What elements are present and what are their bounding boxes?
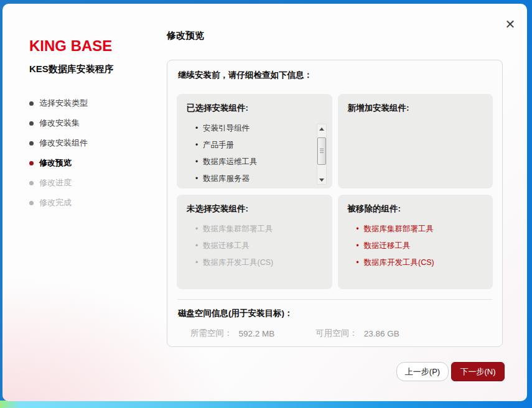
notice-text: 继续安装前，请仔细检查如下信息：: [178, 70, 312, 81]
step-modify-progress: 修改进度: [29, 173, 160, 193]
added-components-title: 新增加安装组件:: [348, 103, 409, 114]
step-bullet-icon: [29, 141, 34, 146]
list-item: 数据库集群部署工具: [195, 221, 311, 238]
disk-space-values: 所需空间： 592.2 MB 可用空间： 23.86 GB: [190, 328, 399, 339]
step-modify-install-set: 修改安装集: [29, 113, 160, 133]
step-bullet-icon: [29, 161, 34, 165]
removed-components-panel: 被移除的组件: 数据库集群部署工具 数据迁移工具 数据库开发工具(CS): [338, 195, 493, 289]
list-item: 数据迁移工具: [357, 238, 472, 254]
unselected-components-list: 数据库集群部署工具 数据迁移工具 数据库开发工具(CS): [195, 221, 311, 271]
disk-section-divider: [177, 299, 492, 300]
unselected-components-panel: 未选择安装组件: 数据库集群部署工具 数据迁移工具 数据库开发工具(CS): [177, 195, 332, 289]
list-item: 数据库集群部署工具: [357, 221, 472, 238]
selected-components-list: 安装引导组件 产品手册 数据库运维工具 数据库服务器: [195, 120, 311, 187]
vertical-scrollbar[interactable]: [317, 124, 327, 185]
install-steps-nav: 选择安装类型 修改安装集 修改安装组件 修改预览 修改进度 修改完成: [29, 93, 160, 213]
step-label: 修改完成: [39, 197, 72, 208]
step-label: 修改预览: [39, 157, 72, 169]
next-step-button[interactable]: 下一步(N): [451, 362, 505, 381]
list-item: 安装引导组件: [195, 120, 311, 137]
desktop-background-strip: [0, 401, 532, 408]
step-modify-preview: 修改预览: [29, 153, 160, 173]
required-space-label: 所需空间：: [190, 328, 233, 339]
list-item: 产品手册: [195, 137, 311, 154]
scroll-down-icon[interactable]: [317, 176, 326, 183]
selected-components-panel: 已选择安装组件: 安装引导组件 产品手册 数据库运维工具 数据库服务器: [177, 94, 332, 188]
close-icon[interactable]: ✕: [502, 16, 518, 32]
added-components-panel: 新增加安装组件:: [338, 94, 493, 188]
step-bullet-icon: [29, 101, 34, 106]
available-space-label: 可用空间：: [315, 328, 358, 339]
scrollbar-grip-icon: [320, 149, 324, 154]
available-space-value: 23.86 GB: [364, 329, 399, 338]
list-item: 数据迁移工具: [195, 238, 311, 254]
removed-components-title: 被移除的组件:: [348, 203, 401, 215]
removed-components-list: 数据库集群部署工具 数据迁移工具 数据库开发工具(CS): [357, 221, 472, 271]
preview-panel: 继续安装前，请仔细检查如下信息： 已选择安装组件: 安装引导组件 产品手册 数据…: [167, 60, 503, 347]
list-item: 数据库服务器: [195, 170, 311, 187]
scroll-up-icon[interactable]: [317, 125, 326, 132]
step-modify-complete: 修改完成: [29, 193, 160, 213]
step-bullet-icon: [29, 181, 34, 185]
step-bullet-icon: [29, 121, 34, 126]
kingbase-logo: KING BASE: [29, 37, 112, 55]
step-choose-install-type: 选择安装类型: [29, 93, 160, 113]
step-label: 选择安装类型: [39, 98, 88, 109]
previous-step-button[interactable]: 上一步(P): [396, 362, 449, 381]
component-summary-grid: 已选择安装组件: 安装引导组件 产品手册 数据库运维工具 数据库服务器 新增加安…: [177, 94, 493, 289]
app-title: KES数据库安装程序: [29, 63, 114, 75]
step-label: 修改进度: [39, 177, 72, 188]
list-item: 数据库开发工具(CS): [195, 254, 311, 271]
list-item: 数据库运维工具: [195, 154, 311, 170]
list-item: 数据库开发工具(CS): [357, 254, 472, 271]
unselected-components-title: 未选择安装组件:: [187, 203, 248, 215]
scrollbar-thumb[interactable]: [317, 137, 326, 165]
page-title: 修改预览: [167, 30, 204, 42]
selected-components-title: 已选择安装组件:: [187, 103, 248, 114]
step-bullet-icon: [29, 201, 34, 205]
installer-window: ✕ KING BASE KES数据库安装程序 选择安装类型 修改安装集 修改安装…: [2, 4, 527, 401]
step-label: 修改安装集: [39, 118, 80, 129]
step-modify-components: 修改安装组件: [29, 133, 160, 153]
step-label: 修改安装组件: [39, 137, 88, 149]
disk-space-title: 磁盘空间信息(用于安装目标)：: [178, 308, 293, 319]
required-space-value: 592.2 MB: [239, 329, 275, 338]
